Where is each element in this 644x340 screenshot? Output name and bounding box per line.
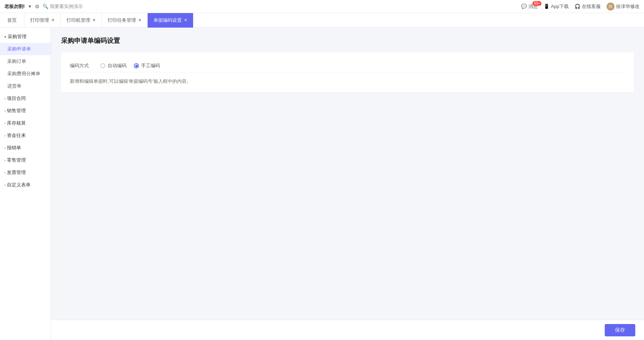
sidebar-group-purchase: ▾ 采购管理 采购申请单 采购订单 采购费用分摊单 进货单 xyxy=(0,31,51,92)
sidebar-group-custom-label: 自定义表单 xyxy=(7,182,31,188)
message-icon: 💬 xyxy=(521,4,527,9)
radio-auto[interactable]: 自动编码 xyxy=(100,62,127,69)
sidebar-group-project: › 项目合同 xyxy=(0,92,51,105)
sidebar-item-purchase-expense[interactable]: 采购费用分摊单 xyxy=(0,68,51,80)
sidebar-item-purchase-order-label: 采购订单 xyxy=(7,58,26,64)
hint-text: 新增和编辑单据时,可以编辑'单据编码号'输入框中的内容。 xyxy=(70,78,625,85)
radio-manual[interactable]: 手工编码 xyxy=(134,62,160,69)
sidebar-item-purchase-expense-label: 采购费用分摊单 xyxy=(7,71,40,76)
sidebar-group-finance: › 资金往来 xyxy=(0,129,51,142)
encoding-label: 编码方式 xyxy=(70,62,92,69)
chevron-right-icon-inventory: › xyxy=(4,121,5,125)
sidebar-item-purchase-receipt-label: 进货单 xyxy=(7,83,21,89)
sidebar-group-inventory-header[interactable]: › 库存核算 xyxy=(0,117,51,129)
sidebar-group-expense: › 报销单 xyxy=(0,142,51,154)
sidebar-group-custom-header[interactable]: › 自定义表单 xyxy=(0,179,51,191)
message-button[interactable]: 💬 消息 99+ xyxy=(521,3,538,10)
sidebar-group-retail-label: 零售管理 xyxy=(7,157,26,163)
tab-encoding-settings-close[interactable]: ✕ xyxy=(184,18,187,23)
online-service-button[interactable]: 🎧 在线客服 xyxy=(575,3,601,10)
avatar: 徐 xyxy=(607,3,615,11)
sidebar-group-project-label: 项目合同 xyxy=(7,95,26,102)
search-bar[interactable]: 🔍 我要看实例演示 xyxy=(43,3,83,10)
radio-group: 自动编码 手工编码 xyxy=(100,62,160,69)
main-footer: 保存 xyxy=(51,320,644,340)
sidebar-item-purchase-request[interactable]: 采购申请单 xyxy=(0,43,51,55)
sidebar-group-retail-header[interactable]: › 零售管理 xyxy=(0,154,51,166)
sidebar-group-invoice-label: 发票管理 xyxy=(7,169,26,176)
encoding-card: 编码方式 自动编码 手工编码 新增和编辑单据时,可以编辑'单据编码号'输入框中的… xyxy=(61,52,634,92)
sidebar-group-sales: › 销售管理 xyxy=(0,105,51,117)
app-label: App下载 xyxy=(551,3,569,10)
chevron-right-icon-retail: › xyxy=(4,158,5,162)
sidebar-group-custom: › 自定义表单 xyxy=(0,179,51,191)
user-name: 徐泽华修改 xyxy=(616,3,640,10)
sidebar-group-inventory: › 库存核算 xyxy=(0,117,51,129)
page-title: 采购申请单编码设置 xyxy=(61,36,634,45)
sidebar-group-sales-header[interactable]: › 销售管理 xyxy=(0,105,51,117)
tab-print-management-label: 打印管理 xyxy=(30,17,49,24)
sidebar-group-retail: › 零售管理 xyxy=(0,154,51,166)
main-layout: ▾ 采购管理 采购申请单 采购订单 采购费用分摊单 进货单 › 项目合同 xyxy=(0,28,644,340)
radio-auto-circle xyxy=(100,63,105,68)
sidebar-item-purchase-receipt[interactable]: 进货单 xyxy=(0,80,51,92)
search-icon: 🔍 xyxy=(43,4,48,9)
tab-print-task-management-label: 打印任务管理 xyxy=(108,17,136,24)
search-text: 我要看实例演示 xyxy=(50,3,83,10)
chevron-right-icon: › xyxy=(4,97,5,101)
main-content: 采购申请单编码设置 编码方式 自动编码 手工编码 xyxy=(51,28,644,320)
radio-auto-label: 自动编码 xyxy=(108,62,127,69)
main-area: 采购申请单编码设置 编码方式 自动编码 手工编码 xyxy=(51,28,644,340)
message-badge: 99+ xyxy=(532,1,541,6)
tab-print-task-management[interactable]: 打印任务管理 ✕ xyxy=(102,13,148,28)
app-icon: 📱 xyxy=(544,4,549,9)
radio-manual-label: 手工编码 xyxy=(141,62,160,69)
logo-text: 老板勿割! xyxy=(4,3,25,10)
tab-printer-management[interactable]: 打印机管理 ✕ xyxy=(61,13,102,28)
tab-print-management[interactable]: 打印管理 ✕ xyxy=(24,13,61,28)
chevron-right-icon-invoice: › xyxy=(4,171,5,175)
gear-icon[interactable]: ⚙ xyxy=(35,4,40,9)
sidebar: ▾ 采购管理 采购申请单 采购订单 采购费用分摊单 进货单 › 项目合同 xyxy=(0,28,51,340)
top-bar: 老板勿割! ▼ ⚙ 🔍 我要看实例演示 💬 消息 99+ 📱 App下载 🎧 在… xyxy=(0,0,644,13)
tab-home-label: 首页 xyxy=(7,17,17,24)
sidebar-group-purchase-header[interactable]: ▾ 采购管理 xyxy=(0,31,51,43)
tab-bar: 首页 打印管理 ✕ 打印机管理 ✕ 打印任务管理 ✕ 单据编码设置 ✕ xyxy=(0,13,644,28)
chevron-right-icon-expense: › xyxy=(4,146,5,150)
sidebar-group-invoice-header[interactable]: › 发票管理 xyxy=(0,166,51,179)
sidebar-item-purchase-order[interactable]: 采购订单 xyxy=(0,55,51,68)
sidebar-group-sales-label: 销售管理 xyxy=(7,108,26,114)
app-download-button[interactable]: 📱 App下载 xyxy=(544,3,569,10)
sidebar-group-finance-header[interactable]: › 资金往来 xyxy=(0,129,51,142)
tab-encoding-settings[interactable]: 单据编码设置 ✕ xyxy=(148,13,193,28)
sidebar-group-finance-label: 资金往来 xyxy=(7,132,26,139)
tab-printer-management-label: 打印机管理 xyxy=(67,17,90,24)
chevron-right-icon-sales: › xyxy=(4,109,5,113)
save-button[interactable]: 保存 xyxy=(605,324,635,336)
logo-dropdown-icon[interactable]: ▼ xyxy=(28,4,32,9)
tab-print-management-close[interactable]: ✕ xyxy=(51,18,55,23)
chevron-down-icon: ▾ xyxy=(4,35,6,39)
tab-encoding-settings-label: 单据编码设置 xyxy=(153,17,182,24)
sidebar-group-inventory-label: 库存核算 xyxy=(7,120,26,126)
service-icon: 🎧 xyxy=(575,4,580,9)
user-profile-button[interactable]: 徐 徐泽华修改 xyxy=(607,3,640,11)
top-bar-right: 💬 消息 99+ 📱 App下载 🎧 在线客服 徐 徐泽华修改 xyxy=(521,3,640,11)
top-bar-left: 老板勿割! ▼ ⚙ 🔍 我要看实例演示 xyxy=(4,3,83,10)
chevron-right-icon-finance: › xyxy=(4,134,5,138)
tab-print-task-management-close[interactable]: ✕ xyxy=(138,18,141,23)
radio-manual-circle xyxy=(134,63,139,68)
sidebar-item-purchase-request-label: 采购申请单 xyxy=(7,46,31,52)
sidebar-group-expense-label: 报销单 xyxy=(7,145,21,151)
sidebar-group-expense-header[interactable]: › 报销单 xyxy=(0,142,51,154)
sidebar-group-project-header[interactable]: › 项目合同 xyxy=(0,92,51,105)
sidebar-group-purchase-label: 采购管理 xyxy=(8,33,27,40)
sidebar-group-invoice: › 发票管理 xyxy=(0,166,51,179)
service-label: 在线客服 xyxy=(582,3,601,10)
chevron-right-icon-custom: › xyxy=(4,183,5,187)
encoding-row: 编码方式 自动编码 手工编码 xyxy=(70,60,625,72)
tab-home[interactable]: 首页 xyxy=(0,13,24,28)
tab-printer-management-close[interactable]: ✕ xyxy=(92,18,96,23)
